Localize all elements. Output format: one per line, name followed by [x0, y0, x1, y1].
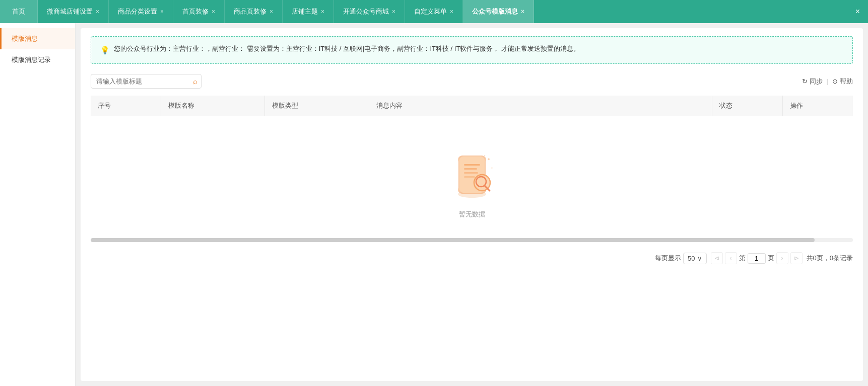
empty-text: 暂无数据	[459, 210, 485, 219]
search-bar: ⌕ ↻ 同步 | ⊙ 帮助	[91, 74, 853, 89]
tab-wechat-shop[interactable]: 微商城店铺设置 ×	[38, 0, 109, 23]
col-status: 状态	[712, 96, 782, 116]
close-homepage-decoration[interactable]: ×	[212, 8, 215, 15]
tab-product-category[interactable]: 商品分类设置 ×	[109, 0, 173, 23]
search-input-wrap: ⌕	[91, 74, 202, 89]
notice-icon: 💡	[100, 44, 110, 56]
tab-home[interactable]: 首页	[0, 0, 38, 23]
page-input[interactable]	[748, 253, 766, 264]
tab-product-category-label: 商品分类设置	[118, 7, 157, 16]
search-input[interactable]	[91, 74, 202, 89]
search-left: ⌕	[91, 74, 202, 89]
svg-text:✦: ✦	[484, 154, 486, 157]
search-right: ↻ 同步 | ⊙ 帮助	[802, 77, 853, 86]
col-type: 模版类型	[265, 96, 369, 116]
tab-home-label: 首页	[12, 7, 25, 16]
close-shop-theme[interactable]: ×	[321, 8, 324, 15]
close-product-decoration[interactable]: ×	[270, 8, 273, 15]
tab-template-message-label: 公众号模版消息	[472, 7, 518, 16]
notice-highlight: 需要设置为：主营行业：IT科技 / 互联网|电子商务，副营行业：IT科技 / I…	[247, 45, 500, 52]
main-layout: 模版消息 模版消息记录 💡 您的公众号行业为：主营行业：，副营行业： 需要设置为…	[0, 23, 868, 386]
divider: |	[827, 78, 828, 85]
tab-template-message[interactable]: 公众号模版消息 ×	[463, 0, 534, 23]
tab-custom-menu-label: 自定义菜单	[414, 7, 447, 16]
help-label: 帮助	[840, 77, 853, 86]
tab-homepage-decoration[interactable]: 首页装修 ×	[173, 0, 225, 23]
page-unit: 页	[768, 254, 774, 263]
empty-state: ✦ ✦ ✦ 暂无数据	[91, 116, 853, 234]
page-nav: ⊲ ‹ 第 页 › ⊳	[711, 252, 803, 264]
page-total: 共0页，0条记录	[807, 254, 853, 263]
close-product-category[interactable]: ×	[160, 8, 164, 15]
close-open-wechat-mall[interactable]: ×	[392, 8, 395, 15]
table-wrap: 序号 模版名称 模版类型 消息内容 状态	[91, 96, 853, 246]
sidebar-item-template-message[interactable]: 模版消息	[0, 28, 75, 49]
sync-icon: ↻	[802, 78, 808, 85]
help-icon: ⊙	[832, 78, 838, 85]
svg-text:✦: ✦	[491, 167, 493, 170]
page-size-dropdown[interactable]: 50 ∨	[683, 253, 706, 264]
page-size-select: 每页显示 50 ∨	[655, 253, 706, 264]
content-area: 💡 您的公众号行业为：主营行业：，副营行业： 需要设置为：主营行业：IT科技 /…	[81, 28, 863, 381]
sidebar-item-template-log[interactable]: 模版消息记录	[0, 49, 75, 70]
svg-rect-3	[464, 172, 478, 174]
search-icon[interactable]: ⌕	[193, 77, 197, 86]
notice-after: 才能正常发送预置的消息。	[501, 45, 580, 52]
svg-rect-4	[464, 176, 475, 178]
tab-open-wechat-mall-label: 开通公众号商城	[343, 7, 389, 16]
data-table: 序号 模版名称 模版类型 消息内容 状态	[91, 96, 853, 116]
close-custom-menu[interactable]: ×	[450, 8, 453, 15]
pagination: 每页显示 50 ∨ ⊲ ‹ 第 页 › ⊳ 共0页，0条记录	[91, 246, 853, 266]
empty-icon: ✦ ✦ ✦	[444, 146, 500, 202]
svg-text:✦: ✦	[487, 157, 491, 162]
horizontal-scrollbar[interactable]	[91, 238, 853, 242]
prev-page-button[interactable]: ‹	[725, 252, 737, 264]
help-button[interactable]: ⊙ 帮助	[832, 77, 853, 86]
notice-before: 您的公众号行业为：主营行业：，副营行业：	[114, 45, 245, 52]
col-name: 模版名称	[161, 96, 265, 116]
close-all-button[interactable]: ×	[847, 0, 868, 23]
page-size-label: 每页显示	[655, 254, 681, 263]
page-size-chevron-icon: ∨	[697, 255, 702, 262]
close-wechat-shop[interactable]: ×	[96, 8, 99, 15]
close-template-message[interactable]: ×	[521, 8, 524, 15]
sidebar-item-template-log-label: 模版消息记录	[12, 56, 51, 63]
tab-wechat-shop-label: 微商城店铺设置	[47, 7, 93, 16]
page-label: 第	[739, 254, 746, 263]
tab-open-wechat-mall[interactable]: 开通公众号商城 ×	[334, 0, 405, 23]
last-page-button[interactable]: ⊳	[790, 252, 803, 264]
notice-box: 💡 您的公众号行业为：主营行业：，副营行业： 需要设置为：主营行业：IT科技 /…	[91, 36, 853, 64]
scrollbar-thumb[interactable]	[91, 238, 815, 242]
top-nav: 首页 微商城店铺设置 × 商品分类设置 × 首页装修 × 商品页装修 × 店铺主…	[0, 0, 868, 23]
next-page-button[interactable]: ›	[776, 252, 788, 264]
tab-product-decoration[interactable]: 商品页装修 ×	[225, 0, 283, 23]
sync-button[interactable]: ↻ 同步	[802, 77, 823, 86]
sidebar-item-template-message-label: 模版消息	[12, 35, 38, 42]
page-size-value: 50	[688, 255, 695, 262]
col-seq: 序号	[91, 96, 161, 116]
tab-product-decoration-label: 商品页装修	[234, 7, 266, 16]
first-page-button[interactable]: ⊲	[711, 252, 723, 264]
svg-rect-2	[464, 168, 477, 170]
col-content: 消息内容	[369, 96, 712, 116]
sidebar: 模版消息 模版消息记录	[0, 23, 76, 386]
notice-text: 您的公众号行业为：主营行业：，副营行业： 需要设置为：主营行业：IT科技 / 互…	[114, 44, 580, 54]
svg-rect-1	[464, 164, 480, 166]
close-all-icon: ×	[855, 7, 860, 16]
table-header-row: 序号 模版名称 模版类型 消息内容 状态	[91, 96, 853, 116]
tab-homepage-decoration-label: 首页装修	[182, 7, 209, 16]
tab-shop-theme[interactable]: 店铺主题 ×	[283, 0, 334, 23]
tab-shop-theme-label: 店铺主题	[292, 7, 318, 16]
tab-custom-menu[interactable]: 自定义菜单 ×	[405, 0, 463, 23]
sync-label: 同步	[810, 77, 823, 86]
col-action: 操作	[783, 96, 853, 116]
